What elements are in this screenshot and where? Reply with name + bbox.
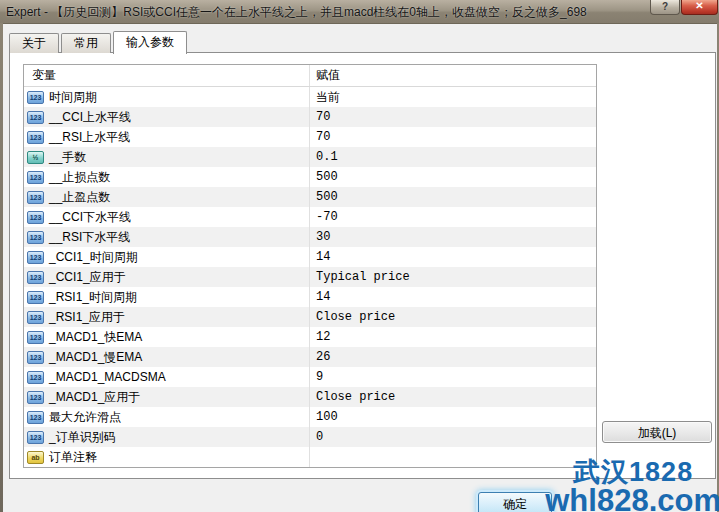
param-value[interactable]: -70 bbox=[309, 207, 596, 227]
param-name: __CCI上水平线 bbox=[49, 109, 131, 126]
int-type-icon: 123 bbox=[27, 251, 44, 264]
param-row[interactable]: 123 最大允许滑点 100 bbox=[24, 407, 596, 427]
int-type-icon: 123 bbox=[27, 291, 44, 304]
param-value[interactable]: 500 bbox=[309, 167, 596, 187]
int-type-icon: 123 bbox=[27, 131, 44, 144]
params-table: 变量 赋值 123 时间周期 当前 123 __CCI上水平线 70 123 _… bbox=[23, 64, 597, 468]
int-type-icon: 123 bbox=[27, 311, 44, 324]
param-name: 最大允许滑点 bbox=[49, 409, 121, 426]
param-value[interactable]: 当前 bbox=[309, 87, 596, 107]
int-type-icon: 123 bbox=[27, 211, 44, 224]
table-header: 变量 赋值 bbox=[24, 65, 596, 87]
tab-inputs[interactable]: 输入参数 bbox=[113, 31, 187, 54]
param-row[interactable]: 123 _MACD1_快EMA 12 bbox=[24, 327, 596, 347]
int-type-icon: 123 bbox=[27, 351, 44, 364]
param-name: 订单注释 bbox=[49, 449, 97, 466]
param-value[interactable]: 70 bbox=[309, 107, 596, 127]
tab-strip: 关于 常用 输入参数 bbox=[9, 31, 189, 53]
string-type-icon: ab bbox=[27, 451, 44, 464]
param-name: _RSI1_应用于 bbox=[49, 309, 125, 326]
param-name: _CCI1_时间周期 bbox=[49, 249, 138, 266]
param-row[interactable]: 123 _MACD1_MACDSMA 9 bbox=[24, 367, 596, 387]
param-value[interactable]: 14 bbox=[309, 287, 596, 307]
window-border-left bbox=[0, 23, 3, 512]
param-name: __RSI下水平线 bbox=[49, 229, 130, 246]
param-row[interactable]: 123 _MACD1_慢EMA 26 bbox=[24, 347, 596, 367]
help-icon[interactable]: ? bbox=[650, 0, 680, 15]
load-button[interactable]: 加载(L) bbox=[602, 421, 712, 443]
param-value[interactable]: 0 bbox=[309, 427, 596, 447]
param-value[interactable]: Typical price bbox=[309, 267, 596, 287]
param-name: __止损点数 bbox=[49, 169, 110, 186]
param-row[interactable]: 123 时间周期 当前 bbox=[24, 87, 596, 107]
int-type-icon: 123 bbox=[27, 91, 44, 104]
int-type-icon: 123 bbox=[27, 371, 44, 384]
param-row[interactable]: 123 __RSI上水平线 70 bbox=[24, 127, 596, 147]
param-row[interactable]: 123 _订单识别码 0 bbox=[24, 427, 596, 447]
expert-properties-dialog: Expert - 【历史回测】RSI或CCI任意一个在上水平线之上，并且macd… bbox=[0, 0, 719, 512]
param-name: __止盈点数 bbox=[49, 189, 110, 206]
column-header-value: 赋值 bbox=[309, 65, 596, 86]
int-type-icon: 123 bbox=[27, 391, 44, 404]
close-icon[interactable]: ✕ bbox=[681, 0, 718, 15]
param-value[interactable]: 9 bbox=[309, 367, 596, 387]
int-type-icon: 123 bbox=[27, 231, 44, 244]
param-name: _RSI1_时间周期 bbox=[49, 289, 137, 306]
param-row[interactable]: 123 __RSI下水平线 30 bbox=[24, 227, 596, 247]
param-value[interactable]: 26 bbox=[309, 347, 596, 367]
window-title: Expert - 【历史回测】RSI或CCI任意一个在上水平线之上，并且macd… bbox=[6, 4, 587, 21]
titlebar: Expert - 【历史回测】RSI或CCI任意一个在上水平线之上，并且macd… bbox=[0, 0, 719, 24]
param-row[interactable]: 123 _MACD1_应用于 Close price bbox=[24, 387, 596, 407]
watermark-line2: whl828.com bbox=[545, 486, 719, 512]
int-type-icon: 123 bbox=[27, 271, 44, 284]
param-row[interactable]: 123 _RSI1_应用于 Close price bbox=[24, 307, 596, 327]
param-name: 时间周期 bbox=[49, 89, 97, 106]
param-name: _MACD1_MACDSMA bbox=[49, 370, 166, 384]
param-value[interactable]: Close price bbox=[309, 307, 596, 327]
param-row[interactable]: ½ __手数 0.1 bbox=[24, 147, 596, 167]
param-value[interactable]: 70 bbox=[309, 127, 596, 147]
tab-about[interactable]: 关于 bbox=[9, 33, 59, 53]
param-name: __RSI上水平线 bbox=[49, 129, 130, 146]
int-type-icon: 123 bbox=[27, 431, 44, 444]
param-name: __手数 bbox=[49, 149, 86, 166]
int-type-icon: 123 bbox=[27, 111, 44, 124]
column-header-variable: 变量 bbox=[24, 67, 309, 84]
param-value[interactable]: Close price bbox=[309, 387, 596, 407]
param-value[interactable]: 12 bbox=[309, 327, 596, 347]
param-value[interactable]: 14 bbox=[309, 247, 596, 267]
int-type-icon: 123 bbox=[27, 411, 44, 424]
param-row[interactable]: 123 __CCI上水平线 70 bbox=[24, 107, 596, 127]
param-name: _MACD1_慢EMA bbox=[49, 349, 142, 366]
param-name: _CCI1_应用于 bbox=[49, 269, 126, 286]
param-value[interactable]: 0.1 bbox=[309, 147, 596, 167]
param-row[interactable]: 123 _CCI1_应用于 Typical price bbox=[24, 267, 596, 287]
param-row[interactable]: 123 __止损点数 500 bbox=[24, 167, 596, 187]
param-name: _MACD1_快EMA bbox=[49, 329, 142, 346]
int-type-icon: 123 bbox=[27, 171, 44, 184]
ok-button[interactable]: 确定 bbox=[478, 492, 552, 512]
param-value[interactable]: 30 bbox=[309, 227, 596, 247]
param-name: __CCI下水平线 bbox=[49, 209, 131, 226]
param-value[interactable] bbox=[309, 447, 596, 467]
param-name: _订单识别码 bbox=[49, 429, 116, 446]
param-value[interactable]: 500 bbox=[309, 187, 596, 207]
params-table-body: 123 时间周期 当前 123 __CCI上水平线 70 123 __RSI上水… bbox=[24, 87, 596, 467]
inputs-tab-page: 变量 赋值 123 时间周期 当前 123 __CCI上水平线 70 123 _… bbox=[9, 52, 716, 479]
param-row[interactable]: 123 _RSI1_时间周期 14 bbox=[24, 287, 596, 307]
param-row[interactable]: 123 __CCI下水平线 -70 bbox=[24, 207, 596, 227]
param-row[interactable]: 123 __止盈点数 500 bbox=[24, 187, 596, 207]
double-type-icon: ½ bbox=[27, 151, 44, 164]
param-name: _MACD1_应用于 bbox=[49, 389, 140, 406]
param-row[interactable]: 123 _CCI1_时间周期 14 bbox=[24, 247, 596, 267]
tab-common[interactable]: 常用 bbox=[61, 33, 111, 53]
int-type-icon: 123 bbox=[27, 191, 44, 204]
param-value[interactable]: 100 bbox=[309, 407, 596, 427]
int-type-icon: 123 bbox=[27, 331, 44, 344]
param-row[interactable]: ab 订单注释 bbox=[24, 447, 596, 467]
